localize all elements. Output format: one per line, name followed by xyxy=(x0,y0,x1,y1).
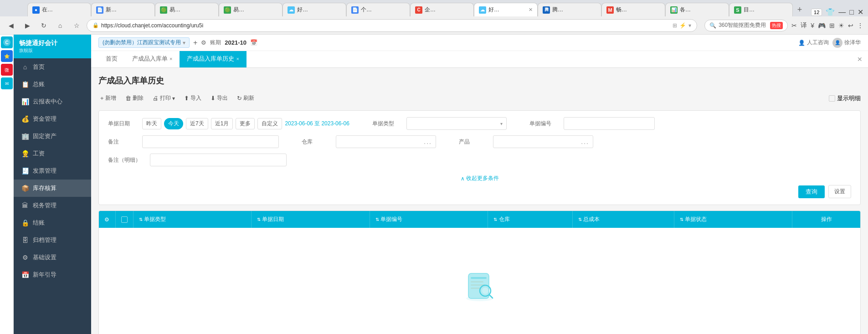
tab-breadcrumb-home[interactable]: 首页 xyxy=(98,51,125,67)
header-checkbox[interactable] xyxy=(121,216,128,223)
sidebar-item-archive[interactable]: 🗄 归档管理 xyxy=(14,231,91,249)
translate-icon[interactable]: 译 xyxy=(801,21,807,30)
tab-1[interactable]: ● 在… xyxy=(27,3,91,16)
sidebar-item-new-period[interactable]: 📅 新年引导 xyxy=(14,266,91,283)
tab-9[interactable]: 腾 腾… xyxy=(538,3,601,16)
tab-history-page[interactable]: 产成品入库单历史 × xyxy=(180,51,246,67)
minimize-icon[interactable]: — xyxy=(838,8,846,16)
date-1month[interactable]: 近1月 xyxy=(211,118,233,129)
print-button[interactable]: 🖨 打印 ▾ xyxy=(151,93,177,103)
url-bar[interactable]: 🔒 https://cloud.chanjet.com/accounting/u… xyxy=(87,19,697,32)
sidebar-item-fixed-assets[interactable]: 🏢 固定资产 xyxy=(14,128,91,145)
app-weibo-icon[interactable]: 微 xyxy=(1,64,13,76)
th-checkbox[interactable] xyxy=(115,211,133,228)
refresh-button[interactable]: ↻ xyxy=(37,19,50,32)
date-custom[interactable]: 自定义 xyxy=(257,118,282,129)
tab-8-close[interactable]: ✕ xyxy=(529,7,533,13)
product-select[interactable]: ... xyxy=(493,135,593,148)
app-chanjet-icon[interactable]: C xyxy=(1,36,13,48)
th-warehouse[interactable]: ⇅ 仓库 xyxy=(488,211,573,228)
settings-button[interactable]: ⚙ xyxy=(201,39,206,46)
doc-type-select[interactable]: ▾ xyxy=(406,117,507,130)
th-settings[interactable]: ⚙ xyxy=(99,211,115,228)
sidebar-item-tax[interactable]: 🏛 税务管理 xyxy=(14,197,91,214)
warehouse-select[interactable]: ... xyxy=(336,135,436,148)
scissors-icon[interactable]: ✂ xyxy=(791,22,797,29)
setting-button[interactable]: 设置 xyxy=(828,185,851,198)
tab-6[interactable]: 📄 个… xyxy=(346,3,410,16)
url-dropdown[interactable]: ▾ xyxy=(688,22,691,29)
th-total-cost[interactable]: ⇅ 总成本 xyxy=(572,211,674,228)
game-icon[interactable]: 🎮 xyxy=(818,22,826,29)
tab-history-close[interactable]: × xyxy=(236,56,239,62)
grid-view-icon[interactable]: ⊞ xyxy=(829,22,835,29)
date-today[interactable]: 今天 xyxy=(164,118,183,129)
browser-toolbar-icons: ✂ 译 ¥ 🎮 ⊞ ☀ ↩ ⋮ xyxy=(791,21,863,30)
sidebar-item-home[interactable]: ⌂ 首页 xyxy=(14,58,91,76)
back-button[interactable]: ◀ xyxy=(5,19,17,32)
add-company-button[interactable]: + xyxy=(193,39,197,47)
undo-icon[interactable]: ↩ xyxy=(848,22,853,29)
sidebar-item-ledger[interactable]: 📋 总账 xyxy=(14,76,91,93)
doc-number-input[interactable] xyxy=(564,117,655,130)
close-icon[interactable]: ✕ xyxy=(858,8,863,16)
export-label: 导出 xyxy=(217,94,228,102)
show-detail-toggle[interactable]: 显示明细 xyxy=(829,94,861,103)
sidebar-funds-label: 资金管理 xyxy=(33,115,56,123)
remark-label: 备注 xyxy=(108,138,133,146)
app-mail-icon[interactable]: ✉ xyxy=(1,77,13,89)
show-detail-checkbox[interactable] xyxy=(829,95,835,102)
sidebar-item-funds[interactable]: 💰 资金管理 xyxy=(14,110,91,128)
company-selector[interactable]: (勿删勿禁用）江西跟宝测试专用 ▾ xyxy=(98,37,190,48)
search-box[interactable]: 🔍 360智能抠图免费用 热搜 xyxy=(704,20,788,31)
new-tab-button[interactable]: + xyxy=(793,3,806,16)
tab-4[interactable]: 🟢 易… xyxy=(219,3,282,16)
tab-12[interactable]: S 目… xyxy=(729,3,793,16)
query-button[interactable]: 查询 xyxy=(798,185,825,198)
th-doc-status[interactable]: ⇅ 单据状态 xyxy=(674,211,792,228)
tab-5[interactable]: ☁ 好… xyxy=(282,3,346,16)
tab-3[interactable]: 🟢 易… xyxy=(155,3,219,16)
date-7days[interactable]: 近7天 xyxy=(186,118,208,129)
help-button[interactable]: 👤 人工咨询 xyxy=(798,39,829,46)
delete-button[interactable]: 🗑 删除 xyxy=(123,93,145,103)
empty-state-row xyxy=(99,228,860,334)
bookmark-button[interactable]: ☆ xyxy=(70,19,83,32)
th-doc-type[interactable]: ⇅ 单据类型 xyxy=(133,211,252,228)
export-button[interactable]: ⬇ 导出 xyxy=(209,93,230,103)
add-button[interactable]: + 新增 xyxy=(98,93,118,103)
maximize-icon[interactable]: □ xyxy=(849,8,854,16)
date-yesterday[interactable]: 昨天 xyxy=(142,118,161,129)
calendar-icon[interactable]: 📅 xyxy=(250,39,257,46)
tab-8[interactable]: ☁ 好… ✕ xyxy=(474,3,538,16)
tab-10[interactable]: M 畅… xyxy=(601,3,665,16)
forward-button[interactable]: ▶ xyxy=(21,19,34,32)
print-label: 打印 xyxy=(160,94,171,102)
table-header: ⚙ ⇅ 单据类型 ⇅ xyxy=(99,211,860,228)
tab-list-page[interactable]: 产成品入库单 × xyxy=(125,51,180,67)
theme-icon[interactable]: ☀ xyxy=(838,22,844,29)
close-content-panel[interactable]: ✕ xyxy=(852,52,868,67)
sidebar-item-payroll[interactable]: 👷 工资 xyxy=(14,145,91,162)
more-icon[interactable]: ⋮ xyxy=(857,22,863,29)
collapse-button[interactable]: ∧ 收起更多条件 xyxy=(461,175,499,182)
sidebar-item-report[interactable]: 📊 云报表中心 xyxy=(14,93,91,110)
app-icon-2[interactable]: ⭐ xyxy=(1,50,13,62)
sidebar-item-close[interactable]: 🔒 结账 xyxy=(14,214,91,231)
sidebar-item-inventory[interactable]: 📦 库存核算 xyxy=(14,180,91,197)
import-button[interactable]: ⬆ 导入 xyxy=(182,93,203,103)
date-more[interactable]: 更多 xyxy=(236,118,255,129)
home-button[interactable]: ⌂ xyxy=(54,19,67,32)
tab-list-close[interactable]: × xyxy=(169,56,172,62)
th-doc-date[interactable]: ⇅ 单据日期 xyxy=(252,211,370,228)
currency-icon[interactable]: ¥ xyxy=(811,22,814,29)
tab-11[interactable]: 📊 各… xyxy=(665,3,729,16)
sidebar-item-basic[interactable]: ⚙ 基础设置 xyxy=(14,249,91,266)
tab-7[interactable]: C 企… xyxy=(410,3,474,16)
sidebar-item-invoice[interactable]: 🧾 发票管理 xyxy=(14,162,91,180)
th-doc-number[interactable]: ⇅ 单据编号 xyxy=(370,211,488,228)
tab-2[interactable]: 📄 新… xyxy=(91,3,155,16)
remark-detail-input[interactable] xyxy=(150,154,287,166)
remark-input[interactable] xyxy=(142,135,279,148)
refresh-toolbar-button[interactable]: ↻ 刷新 xyxy=(235,93,256,103)
